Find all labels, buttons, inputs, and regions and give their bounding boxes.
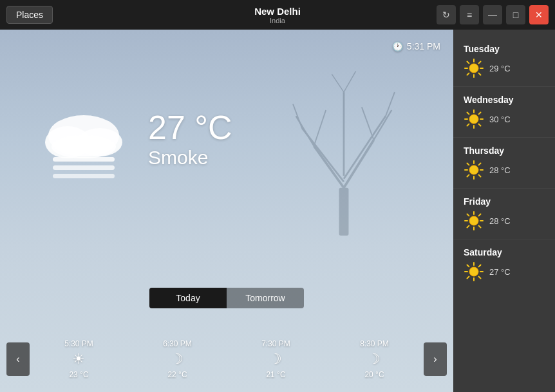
tree-decoration: [286, 68, 402, 236]
app-title: New Delhi: [254, 6, 301, 17]
sidebar-day-item[interactable]: Wednesday 30 °C: [453, 86, 555, 137]
close-button[interactable]: ✕: [529, 5, 549, 24]
hourly-items: 5:30 PM ☀ 23 °C 6:30 PM ☽ 22 °C 7:30 PM …: [30, 339, 424, 379]
weather-panel: 🕐 5:31 PM 27 °C: [0, 30, 453, 392]
sidebar-day-temp: 29 °C: [489, 64, 511, 73]
svg-line-45: [479, 175, 481, 177]
svg-line-29: [467, 73, 469, 75]
svg-line-27: [479, 73, 481, 75]
weather-temperature: 27 °C: [148, 109, 232, 146]
titlebar-center: New Delhi India: [254, 6, 301, 24]
svg-line-4: [344, 116, 386, 179]
svg-line-38: [467, 124, 469, 126]
sidebar-day-temp: 27 °C: [489, 267, 511, 277]
sidebar: Tuesday 29 °C: [453, 30, 555, 392]
sidebar-day-temp: 30 °C: [489, 115, 511, 124]
hourly-item: 8:30 PM ☽ 20 °C: [360, 339, 389, 379]
sunny-icon: [464, 210, 484, 231]
hourly-time: 8:30 PM: [360, 339, 389, 348]
prev-hour-button[interactable]: ‹: [6, 342, 30, 376]
sunny-icon: [464, 109, 484, 129]
sidebar-day-item[interactable]: Saturday 27 °C: [453, 239, 555, 290]
svg-line-11: [344, 71, 356, 92]
sidebar-day-row: 30 °C: [464, 109, 545, 129]
tomorrow-tab[interactable]: Tomorrow: [227, 288, 304, 308]
hourly-temperature: 20 °C: [360, 370, 389, 379]
next-hour-button[interactable]: ›: [424, 342, 447, 376]
current-time: 5:31 PM: [407, 41, 440, 51]
sidebar-day-name: Thursday: [464, 145, 545, 156]
hourly-item: 7:30 PM ☽ 21 °C: [261, 339, 290, 379]
svg-line-55: [479, 214, 481, 216]
hourly-item: 6:30 PM ☽ 22 °C: [163, 339, 192, 379]
minimize-button[interactable]: —: [483, 5, 502, 24]
svg-line-26: [467, 62, 469, 64]
sidebar-day-item[interactable]: Thursday 28 °C: [453, 137, 555, 188]
titlebar-right: ↻ ≡ — □ ✕: [437, 5, 549, 24]
today-tab[interactable]: Today: [149, 288, 227, 308]
hourly-weather-icon: ☽: [261, 351, 290, 368]
sidebar-day-item[interactable]: Friday 28 °C: [453, 188, 555, 239]
hourly-temperature: 22 °C: [163, 370, 192, 379]
svg-point-21: [469, 64, 478, 73]
weather-condition-text: Smoke: [148, 147, 232, 169]
weather-condition-icon: [32, 100, 135, 178]
svg-line-28: [479, 62, 481, 64]
hourly-weather-icon: ☽: [163, 351, 192, 368]
sunny-icon: [464, 58, 484, 79]
svg-line-44: [467, 163, 469, 165]
sidebar-day-item[interactable]: Tuesday 29 °C: [453, 36, 555, 86]
svg-line-7: [314, 110, 326, 146]
sidebar-day-row: 28 °C: [464, 210, 545, 231]
svg-line-1: [314, 146, 344, 188]
time-display: 🕐 5:31 PM: [392, 41, 440, 51]
hourly-item: 5:30 PM ☀ 23 °C: [64, 339, 93, 379]
svg-line-46: [479, 163, 481, 165]
maximize-button[interactable]: □: [506, 5, 525, 24]
menu-button[interactable]: ≡: [460, 5, 479, 24]
sidebar-day-row: 28 °C: [464, 160, 545, 180]
weather-info: 27 °C Smoke: [32, 100, 232, 178]
svg-line-12: [293, 104, 302, 128]
svg-rect-18: [53, 157, 115, 162]
svg-point-48: [469, 216, 478, 225]
clock-icon: 🕐: [392, 41, 403, 51]
svg-line-2: [344, 140, 373, 187]
svg-line-64: [479, 265, 481, 267]
places-button[interactable]: Places: [6, 6, 53, 24]
hourly-temperature: 23 °C: [64, 370, 93, 379]
hourly-time: 7:30 PM: [261, 339, 290, 348]
hourly-weather-icon: ☀: [64, 351, 93, 368]
app-subtitle: India: [254, 17, 301, 24]
svg-line-65: [467, 277, 469, 279]
sidebar-day-temp: 28 °C: [489, 216, 511, 226]
svg-point-17: [52, 135, 116, 158]
sidebar-day-temp: 28 °C: [489, 165, 511, 175]
day-tabs: Today Tomorrow: [149, 288, 304, 308]
hourly-temperature: 21 °C: [261, 370, 290, 379]
sidebar-day-row: 29 °C: [464, 58, 545, 79]
refresh-button[interactable]: ↻: [437, 5, 456, 24]
sunny-icon: [464, 160, 484, 180]
weather-text: 27 °C Smoke: [148, 109, 232, 168]
sidebar-day-name: Tuesday: [464, 44, 545, 54]
hourly-forecast: ‹ 5:30 PM ☀ 23 °C 6:30 PM ☽ 22 °C 7:30 P…: [0, 339, 453, 379]
hourly-time: 5:30 PM: [64, 339, 93, 348]
svg-line-9: [362, 107, 374, 140]
svg-point-39: [469, 165, 478, 174]
sidebar-day-name: Friday: [464, 196, 545, 207]
hourly-time: 6:30 PM: [163, 339, 192, 348]
svg-line-10: [332, 74, 344, 92]
sidebar-day-name: Saturday: [464, 247, 545, 257]
main-area: 🕐 5:31 PM 27 °C: [0, 30, 555, 392]
svg-line-63: [479, 277, 481, 279]
svg-rect-19: [53, 165, 115, 170]
hourly-weather-icon: ☽: [360, 351, 389, 368]
svg-point-30: [469, 115, 478, 124]
svg-rect-20: [53, 174, 115, 178]
sidebar-day-row: 27 °C: [464, 261, 545, 282]
svg-line-56: [467, 226, 469, 228]
svg-line-35: [467, 113, 469, 115]
svg-line-62: [467, 265, 469, 267]
sunny-icon: [464, 261, 484, 282]
